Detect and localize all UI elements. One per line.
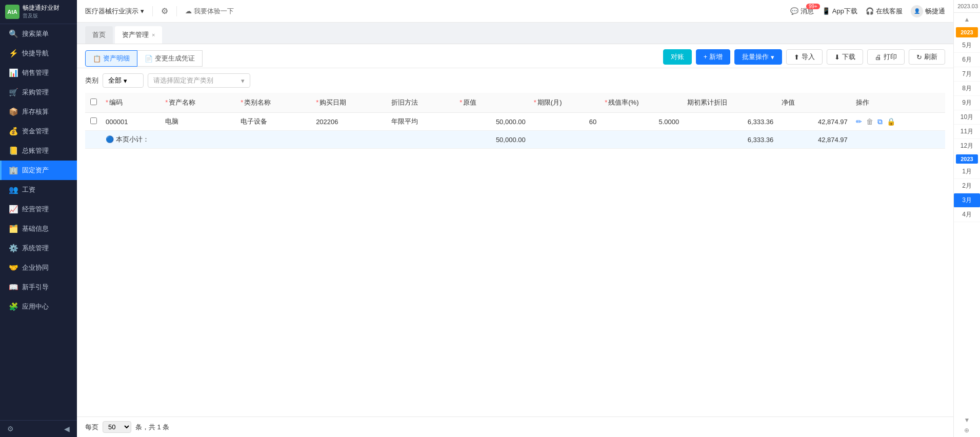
panel-expand-icon[interactable]: ⊕ [963,426,970,435]
subtotal-action [852,131,945,149]
sidebar-item-资金管理[interactable]: 💰 资金管理 [0,122,77,141]
sidebar-item-工资[interactable]: 👥 工资 [0,180,77,200]
service-icon: 🎧 [866,7,874,15]
sidebar-item-搜索菜单[interactable]: 🔍 搜索菜单 [0,24,77,44]
panel-up-icon[interactable]: ▲ [963,15,971,24]
year-label[interactable]: 2023 [956,27,978,37]
tab-asset-label: 资产管理 [122,30,149,39]
header-purchase-date: *购买日期 [312,93,387,113]
month-item[interactable]: 10月 [954,110,980,125]
month-item[interactable]: 6月 [954,53,980,67]
tab-asset-management[interactable]: 资产管理 × [115,26,162,44]
cell-name: 电脑 [161,113,236,131]
sidebar-icon: 💰 [9,127,18,136]
experience-cloud-icon: ☁ [185,7,192,15]
total-label: 条，共 1 条 [135,423,169,432]
month-item[interactable]: 7月 [954,67,980,82]
reconcile-button[interactable]: 对账 [663,49,692,65]
filter-category-placeholder: 请选择固定资产类别 [153,76,213,85]
change-voucher-icon: 📄 [145,55,153,63]
sidebar-label: 快捷导航 [22,49,49,58]
month-item[interactable]: 4月 [954,208,980,222]
online-service-label: 在线客服 [876,7,903,16]
per-page-select[interactable]: 50 10 20 100 [103,421,131,433]
month-item[interactable]: 11月 [954,125,980,139]
sidebar-item-基础信息[interactable]: 🗂️ 基础信息 [0,219,77,239]
sidebar: AtA 畅捷通好业财 普及版 🔍 搜索菜单⚡ 快捷导航📊 销售管理🛒 采购管理📦… [0,0,77,437]
month-item[interactable]: 12月 [954,139,980,153]
filter-type-value: 全部 [108,76,122,85]
topbar: 医疗器械行业演示 ▾ ⚙ ☁ 我要体验一下 💬 消息 99+ 📱 App下载 🎧… [77,0,953,23]
collapse-icon[interactable]: ◀ [64,425,70,433]
sidebar-item-总账管理[interactable]: 📒 总账管理 [0,141,77,161]
online-service-btn[interactable]: 🎧 在线客服 [866,7,903,16]
sidebar-icon: ⚡ [9,49,18,58]
user-profile-btn[interactable]: 👤 畅捷通 [911,5,945,17]
sidebar-icon: 📖 [9,283,18,292]
header-accumulated-depreciation: 期初累计折旧 [683,93,777,113]
tab-asset-close[interactable]: × [152,32,155,38]
download-icon: 📱 [822,7,830,15]
sidebar-label: 采购管理 [22,88,49,97]
print-label: 打印 [884,52,897,62]
year-2023-label[interactable]: 2023 [956,154,978,164]
month-item[interactable]: 9月 [954,96,980,110]
download-button[interactable]: ⬇ 下载 [827,49,863,65]
import-button[interactable]: ⬆ 导入 [786,49,823,65]
sidebar-icon: 🧩 [9,302,18,311]
subtotal-original-value: 50,000.00 [455,131,530,149]
subtotal-checkbox-cell [85,131,102,149]
subtotal-accumulated: 6,333.36 [683,131,777,149]
print-button[interactable]: 🖨 打印 [867,49,905,65]
experience-label: 我要体验一下 [194,7,234,16]
refresh-button[interactable]: ↻ 刷新 [909,49,945,65]
sidebar-label: 经营管理 [22,205,49,214]
month-item[interactable]: 8月 [954,82,980,96]
sidebar-item-系统管理[interactable]: ⚙️ 系统管理 [0,239,77,258]
sidebar-item-采购管理[interactable]: 🛒 采购管理 [0,83,77,102]
messages-btn[interactable]: 💬 消息 99+ [790,7,814,16]
batch-ops-button[interactable]: 批量操作 ▾ [734,49,782,65]
sidebar-item-快捷导航[interactable]: ⚡ 快捷导航 [0,44,77,63]
sidebar-item-销售管理[interactable]: 📊 销售管理 [0,63,77,83]
company-name: 医疗器械行业演示 [85,7,138,16]
sidebar-item-企业协同[interactable]: 🤝 企业协同 [0,258,77,277]
batch-ops-dropdown-icon: ▾ [771,53,774,61]
month-item[interactable]: 2月 [954,179,980,193]
row-checkbox[interactable] [90,117,97,124]
sidebar-item-新手引导[interactable]: 📖 新手引导 [0,277,77,297]
month-item[interactable]: 3月 [954,193,980,208]
topbar-divider [152,6,153,16]
month-list: 20235月6月7月8月9月10月11月12月20231月2月3月4月 [954,26,980,413]
sidebar-item-库存核算[interactable]: 📦 库存核算 [0,102,77,122]
delete-icon[interactable]: 🗑 [866,117,873,126]
settings-icon[interactable]: ⚙ [7,425,14,433]
select-all-checkbox[interactable] [90,98,97,105]
settings-gear-icon[interactable]: ⚙ [161,6,168,16]
header-code: *编码 [102,93,161,113]
company-selector[interactable]: 医疗器械行业演示 ▾ [85,7,144,16]
sidebar-item-应用中心[interactable]: 🧩 应用中心 [0,297,77,316]
new-button[interactable]: + 新增 [696,49,730,65]
sub-tab-asset-detail[interactable]: 📋 资产明细 [85,50,137,67]
import-icon: ⬆ [794,53,799,61]
month-item[interactable]: 5月 [954,38,980,53]
sidebar-item-经营管理[interactable]: 📈 经营管理 [0,200,77,219]
tab-home[interactable]: 首页 [85,26,113,44]
sub-tab-change-voucher[interactable]: 📄 变更生成凭证 [137,50,203,67]
filter-type-select[interactable]: 全部 ▾ [103,73,144,88]
app-logo-icon: AtA [5,5,19,19]
edit-icon[interactable]: ✏ [856,117,862,126]
header-period: *期限(月) [530,93,601,113]
sidebar-logo: AtA 畅捷通好业财 普及版 [0,0,77,24]
row-checkbox-cell [85,113,102,131]
more-icon[interactable]: 🔒 [887,117,895,126]
copy-icon[interactable]: ⧉ [877,117,883,126]
month-item[interactable]: 1月 [954,165,980,179]
experience-btn[interactable]: ☁ 我要体验一下 [185,7,234,16]
sidebar-item-固定资产[interactable]: 🏢 固定资产 [0,161,77,180]
right-panel-year: 2023.03 [954,0,980,13]
panel-down-icon[interactable]: ▼ [963,415,971,425]
filter-category-input[interactable]: 请选择固定资产类别 ▾ [148,73,250,88]
app-download-btn[interactable]: 📱 App下载 [822,7,857,16]
